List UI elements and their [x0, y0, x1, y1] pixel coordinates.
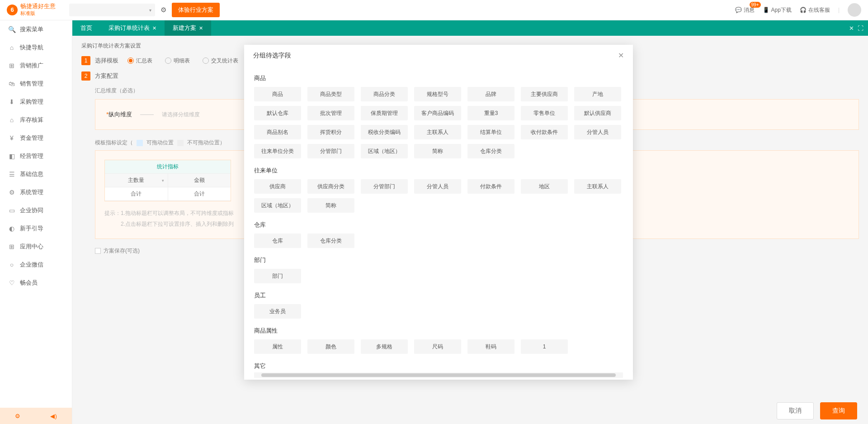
field-chip[interactable]: 保质期管理	[361, 106, 408, 120]
field-chip[interactable]: 尺码	[414, 339, 461, 354]
field-chip[interactable]: 供应商	[254, 179, 301, 194]
group-title: 往来单位	[254, 167, 623, 175]
field-chip[interactable]: 付款条件	[467, 179, 514, 194]
group-title: 仓库	[254, 221, 623, 229]
field-chip[interactable]: 仓库分类	[467, 144, 514, 158]
field-chip[interactable]: 仓库	[254, 233, 301, 248]
field-selector-modal: 分组待选字段 ✕ 商品商品商品类型商品分类规格型号品牌主要供应商产地默认仓库批次…	[244, 45, 633, 380]
field-chip[interactable]: 商品	[254, 87, 301, 101]
field-chip[interactable]: 区域（地区）	[254, 198, 301, 213]
group-title: 商品属性	[254, 327, 623, 335]
field-chip[interactable]: 批次管理	[307, 106, 354, 120]
field-chip[interactable]: 区域（地区）	[361, 144, 408, 158]
field-chip[interactable]: 主联系人	[414, 125, 461, 139]
modal-body[interactable]: 商品商品商品类型商品分类规格型号品牌主要供应商产地默认仓库批次管理保质期管理客户…	[244, 66, 633, 372]
horizontal-scrollbar[interactable]	[254, 372, 623, 378]
field-chip[interactable]: 重量3	[467, 106, 514, 120]
chip-row: 商品商品类型商品分类规格型号品牌主要供应商产地默认仓库批次管理保质期管理客户商品…	[254, 87, 623, 158]
field-chip[interactable]: 规格型号	[414, 87, 461, 101]
field-chip[interactable]: 仓库分类	[307, 233, 354, 248]
field-chip[interactable]: 部门	[254, 269, 301, 283]
chip-row: 业务员	[254, 304, 623, 319]
field-chip[interactable]: 往来单位分类	[254, 144, 301, 158]
field-chip[interactable]: 产地	[574, 87, 621, 101]
field-chip[interactable]: 简称	[414, 144, 461, 158]
field-chip[interactable]: 商品分类	[361, 87, 408, 101]
field-chip[interactable]: 简称	[307, 198, 354, 213]
field-chip[interactable]: 分管人员	[574, 125, 621, 139]
field-chip[interactable]: 分管人员	[414, 179, 461, 194]
scrollbar-thumb[interactable]	[261, 373, 615, 377]
field-chip[interactable]: 业务员	[254, 304, 301, 319]
field-chip[interactable]: 主联系人	[574, 179, 621, 194]
field-chip[interactable]: 分管部门	[361, 179, 408, 194]
field-chip[interactable]: 分管部门	[307, 144, 354, 158]
field-chip[interactable]: 结算单位	[467, 125, 514, 139]
field-chip[interactable]: 品牌	[467, 87, 514, 101]
field-chip[interactable]: 零售单位	[521, 106, 568, 120]
group-title: 部门	[254, 256, 623, 264]
field-chip[interactable]: 商品别名	[254, 125, 301, 139]
field-chip[interactable]: 鞋码	[467, 339, 514, 354]
field-chip[interactable]: 供应商分类	[307, 179, 354, 194]
modal-close-button[interactable]: ✕	[618, 51, 624, 60]
chip-row: 部门	[254, 269, 623, 283]
field-chip[interactable]: 客户商品编码	[414, 106, 461, 120]
field-chip[interactable]: 默认供应商	[574, 106, 621, 120]
field-chip[interactable]: 主要供应商	[521, 87, 568, 101]
field-chip[interactable]: 商品类型	[307, 87, 354, 101]
field-chip[interactable]: 默认仓库	[254, 106, 301, 120]
field-chip[interactable]: 税收分类编码	[361, 125, 408, 139]
modal-header: 分组待选字段 ✕	[244, 45, 633, 66]
group-title: 员工	[254, 291, 623, 300]
group-title: 其它	[254, 362, 623, 370]
field-chip[interactable]: 属性	[254, 339, 301, 354]
field-chip[interactable]: 1	[521, 339, 568, 354]
group-title: 商品	[254, 74, 623, 82]
field-chip[interactable]: 多规格	[361, 339, 408, 354]
chip-row: 仓库仓库分类	[254, 233, 623, 248]
modal-title-text: 分组待选字段	[253, 52, 291, 60]
field-chip[interactable]: 收付款条件	[521, 125, 568, 139]
chip-row: 属性颜色多规格尺码鞋码1	[254, 339, 623, 354]
field-chip[interactable]: 地区	[521, 179, 568, 194]
field-chip[interactable]: 挥货积分	[307, 125, 354, 139]
chip-row: 供应商供应商分类分管部门分管人员付款条件地区主联系人区域（地区）简称	[254, 179, 623, 213]
field-chip[interactable]: 颜色	[307, 339, 354, 354]
